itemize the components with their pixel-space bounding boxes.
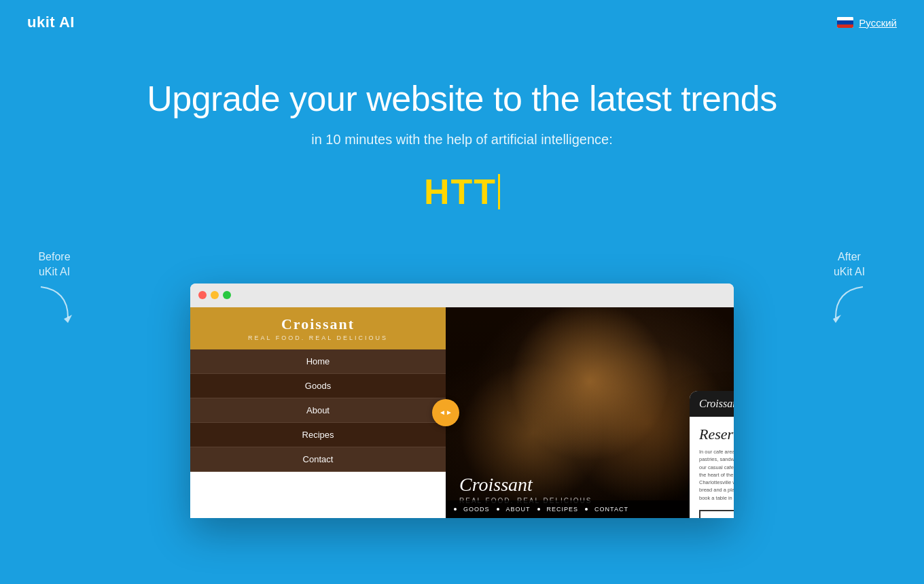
nav-dot bbox=[454, 508, 457, 511]
old-nav-goods[interactable]: Goods bbox=[190, 374, 446, 398]
hero-section: Upgrade your website to the latest trend… bbox=[0, 45, 924, 236]
browser-dot-red bbox=[198, 291, 207, 299]
old-site-header: Croissant REAL FOOD. REAL DELICIOUS bbox=[190, 307, 446, 349]
logo-text: ukit AI bbox=[27, 14, 75, 31]
old-nav-about[interactable]: About bbox=[190, 398, 446, 423]
old-nav-contact[interactable]: Contact bbox=[190, 447, 446, 472]
nav-dot bbox=[585, 508, 588, 511]
svg-marker-1 bbox=[833, 315, 841, 323]
hero-title: Upgrade your website to the latest trend… bbox=[14, 79, 910, 120]
hero-subtitle: in 10 minutes with the help of artificia… bbox=[14, 132, 910, 148]
old-nav-home[interactable]: Home bbox=[190, 349, 446, 374]
browser-window-container: Croissant REAL FOOD. REAL DELICIOUS Home… bbox=[190, 284, 734, 518]
browser-window: Croissant REAL FOOD. REAL DELICIOUS Home… bbox=[190, 284, 734, 518]
mobile-section-title: Reservations bbox=[699, 426, 734, 443]
new-nav-contact[interactable]: CONTACT bbox=[594, 506, 628, 513]
old-site-tagline: REAL FOOD. REAL DELICIOUS bbox=[198, 334, 438, 341]
browser-dot-yellow bbox=[211, 291, 219, 299]
cursor bbox=[498, 174, 500, 209]
before-label: Before uKit AI bbox=[34, 250, 75, 324]
typed-text: HTT bbox=[424, 171, 497, 212]
new-nav-about[interactable]: ABOUT bbox=[506, 506, 531, 513]
after-line1: After bbox=[838, 251, 861, 262]
mobile-content: Reservations In our cafe area you are in… bbox=[690, 417, 734, 518]
old-nav-recipes[interactable]: Recipes bbox=[190, 423, 446, 447]
browser-toolbar bbox=[190, 284, 734, 307]
old-site-title: Croissant bbox=[198, 315, 438, 333]
before-arrow bbox=[34, 284, 75, 324]
mobile-mockup: Croissant Reservations In our cafe area … bbox=[690, 391, 734, 518]
comparison-section: Before uKit AI Croissant REAL FOOD. REAL… bbox=[0, 250, 924, 518]
flag-icon bbox=[837, 17, 853, 28]
old-site-nav: Home Goods About Recipes Contact bbox=[190, 349, 446, 472]
mobile-header: Croissant bbox=[690, 391, 734, 417]
after-arrow bbox=[829, 284, 870, 324]
after-line2: uKit AI bbox=[834, 266, 865, 277]
before-line1: Before bbox=[38, 251, 70, 262]
nav-dot bbox=[537, 508, 540, 511]
new-nav-goods[interactable]: GOODS bbox=[463, 506, 490, 513]
mobile-cta-button[interactable]: BOOK A TABLE bbox=[699, 510, 734, 518]
language-label: Русский bbox=[859, 17, 897, 29]
nav-dot bbox=[497, 508, 499, 511]
logo: ukit AI bbox=[27, 14, 75, 31]
mobile-logo: Croissant bbox=[699, 398, 734, 410]
old-site: Croissant REAL FOOD. REAL DELICIOUS Home… bbox=[190, 307, 446, 518]
before-line2: uKit AI bbox=[39, 266, 70, 277]
after-label: After uKit AI bbox=[829, 250, 870, 324]
language-selector[interactable]: Русский bbox=[837, 17, 897, 29]
new-site-name: Croissant bbox=[459, 474, 720, 496]
divider-toggle-button[interactable] bbox=[432, 399, 459, 426]
browser-content: Croissant REAL FOOD. REAL DELICIOUS Home… bbox=[190, 307, 734, 518]
new-nav-recipes[interactable]: RECIPES bbox=[547, 506, 579, 513]
header: ukit AI Русский bbox=[0, 0, 924, 45]
mobile-body-text: In our cafe area you are invited to purc… bbox=[699, 448, 734, 502]
browser-dot-green bbox=[223, 291, 231, 299]
typing-animation: HTT bbox=[14, 168, 910, 216]
